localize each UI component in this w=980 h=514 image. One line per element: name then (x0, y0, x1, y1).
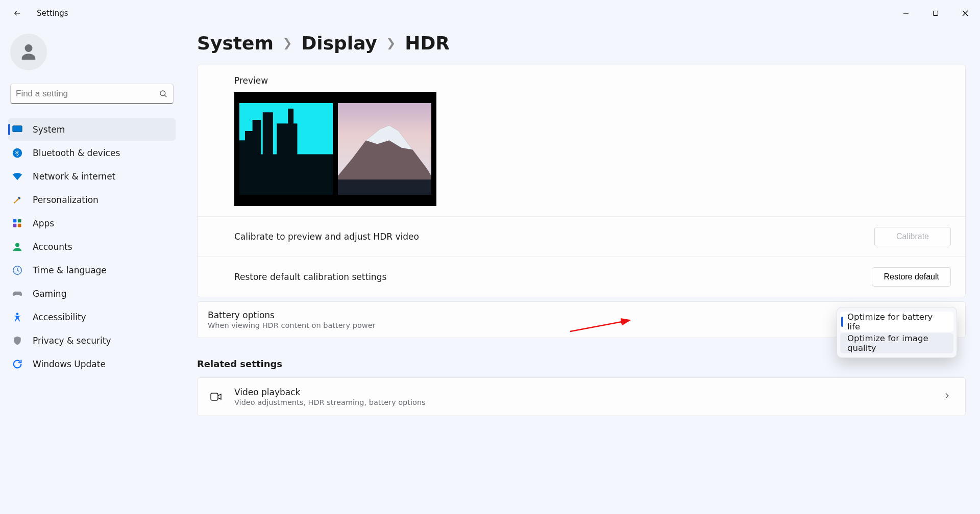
wifi-icon (11, 170, 23, 183)
maximize-button[interactable] (921, 3, 950, 23)
battery-options-card[interactable]: Battery options When viewing HDR content… (197, 301, 966, 338)
dropdown-item-label: Optimize for image quality (847, 333, 947, 353)
person-icon (18, 42, 39, 62)
svg-rect-1 (934, 11, 938, 16)
close-button[interactable] (950, 3, 980, 23)
svg-rect-10 (18, 224, 21, 227)
chevron-right-icon (943, 392, 951, 402)
preview-calibration-card: Preview (197, 65, 966, 297)
sidebar-item-label: Apps (33, 218, 54, 228)
svg-rect-16 (211, 393, 218, 400)
restore-row: Restore default calibration settings Res… (198, 256, 965, 297)
svg-line-3 (165, 95, 166, 96)
sidebar-item-apps[interactable]: Apps (8, 212, 176, 235)
brush-icon (11, 194, 23, 206)
preview-label: Preview (234, 75, 965, 86)
sidebar-item-label: Network & internet (33, 171, 115, 182)
sidebar-item-label: Bluetooth & devices (33, 148, 120, 158)
search-icon (159, 89, 168, 98)
battery-subtitle: When viewing HDR content on battery powe… (208, 321, 376, 329)
svg-rect-4 (13, 126, 22, 132)
video-playback-link[interactable]: Video playback Video adjustments, HDR st… (197, 377, 966, 416)
arrow-left-icon (13, 9, 21, 17)
time-icon (11, 264, 23, 276)
sidebar: System Bluetooth & devices Network & int… (0, 27, 184, 514)
profile[interactable] (5, 32, 179, 84)
back-button[interactable] (8, 4, 27, 22)
avatar (10, 34, 47, 70)
restore-default-button[interactable]: Restore default (872, 267, 951, 287)
preview-right (338, 103, 431, 195)
sidebar-item-accounts[interactable]: Accounts (8, 236, 176, 258)
sidebar-item-label: Time & language (33, 265, 107, 275)
search-input[interactable] (10, 84, 174, 104)
breadcrumb-l3: HDR (405, 33, 450, 54)
sidebar-item-label: Windows Update (33, 359, 106, 369)
video-icon (209, 390, 223, 404)
close-icon (962, 10, 968, 16)
update-icon (11, 358, 23, 370)
sidebar-item-label: System (33, 124, 65, 135)
sidebar-item-label: Gaming (33, 289, 66, 299)
video-playback-subtitle: Video adjustments, HDR streaming, batter… (234, 398, 426, 406)
system-icon (11, 123, 23, 136)
svg-rect-15 (338, 179, 431, 195)
title-bar: Settings (0, 0, 980, 27)
search-field[interactable] (16, 89, 159, 99)
preview-left (239, 103, 333, 195)
breadcrumb: System ❯ Display ❯ HDR (197, 33, 966, 65)
nav-list: System Bluetooth & devices Network & int… (5, 118, 179, 375)
sidebar-item-label: Accounts (33, 242, 72, 252)
sidebar-item-privacy[interactable]: Privacy & security (8, 329, 176, 352)
gaming-icon (11, 288, 23, 300)
privacy-icon (11, 335, 23, 347)
calibrate-label: Calibrate to preview and adjust HDR vide… (234, 232, 419, 242)
minimize-button[interactable] (891, 3, 921, 23)
bluetooth-icon (11, 147, 23, 159)
preview-section: Preview (198, 65, 965, 216)
sidebar-item-time[interactable]: Time & language (8, 259, 176, 281)
svg-rect-9 (13, 224, 17, 227)
sidebar-item-bluetooth[interactable]: Bluetooth & devices (8, 142, 176, 164)
sidebar-item-personalization[interactable]: Personalization (8, 189, 176, 211)
maximize-icon (933, 10, 939, 16)
minimize-icon (903, 10, 909, 16)
sidebar-item-network[interactable]: Network & internet (8, 165, 176, 188)
main-content: System ❯ Display ❯ HDR Preview (184, 27, 980, 514)
hdr-preview-image (234, 92, 436, 206)
video-playback-title: Video playback (234, 387, 426, 397)
accessibility-icon (11, 311, 23, 323)
sidebar-item-accessibility[interactable]: Accessibility (8, 306, 176, 328)
battery-title: Battery options (208, 310, 376, 320)
battery-options-dropdown[interactable]: Optimize for battery life Optimize for i… (837, 307, 957, 358)
sidebar-item-label: Accessibility (33, 312, 86, 322)
app-title: Settings (37, 9, 68, 18)
sidebar-item-label: Privacy & security (33, 336, 111, 346)
svg-point-2 (160, 91, 165, 96)
sidebar-item-gaming[interactable]: Gaming (8, 282, 176, 305)
restore-label: Restore default calibration settings (234, 272, 386, 282)
apps-icon (11, 217, 23, 229)
breadcrumb-l2[interactable]: Display (301, 33, 377, 54)
svg-rect-7 (13, 219, 17, 223)
svg-point-11 (15, 243, 19, 247)
sidebar-item-system[interactable]: System (8, 118, 176, 141)
svg-rect-8 (18, 219, 21, 223)
dropdown-item-battery-life[interactable]: Optimize for battery life (840, 312, 953, 332)
dropdown-item-label: Optimize for battery life (847, 312, 947, 331)
sidebar-item-label: Personalization (33, 195, 99, 205)
calibrate-row: Calibrate to preview and adjust HDR vide… (198, 216, 965, 256)
accounts-icon (11, 241, 23, 253)
calibrate-button[interactable]: Calibrate (874, 227, 951, 246)
sidebar-item-update[interactable]: Windows Update (8, 353, 176, 375)
mountain-icon (338, 103, 431, 195)
dropdown-item-image-quality[interactable]: Optimize for image quality (840, 333, 953, 353)
city-silhouette-icon (239, 103, 333, 195)
chevron-right-icon: ❯ (283, 37, 292, 49)
chevron-right-icon: ❯ (386, 37, 396, 49)
svg-point-13 (16, 313, 19, 315)
breadcrumb-l1[interactable]: System (197, 33, 274, 54)
